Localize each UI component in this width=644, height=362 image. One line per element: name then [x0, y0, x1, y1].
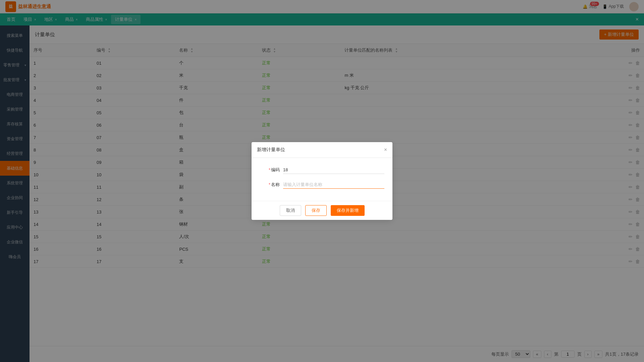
modal-close-button[interactable]: × — [384, 147, 387, 153]
save-button[interactable]: 保存 — [305, 205, 327, 216]
save-and-add-button[interactable]: 保存并新增 — [331, 205, 365, 216]
modal-overlay: 新增计量单位 × 编码 名称 取消 保存 保存并新增 — [0, 0, 644, 362]
code-label: 编码 — [260, 167, 280, 173]
form-row-code: 编码 — [260, 166, 384, 174]
form-row-name: 名称 — [260, 181, 384, 189]
modal-footer: 取消 保存 保存并新增 — [252, 201, 392, 220]
add-unit-modal: 新增计量单位 × 编码 名称 取消 保存 保存并新增 — [252, 142, 392, 220]
cancel-button[interactable]: 取消 — [280, 205, 301, 216]
code-input[interactable] — [283, 166, 384, 174]
modal-body: 编码 名称 — [252, 158, 392, 201]
modal-title: 新增计量单位 — [257, 147, 285, 153]
name-label: 名称 — [260, 182, 280, 188]
name-input[interactable] — [283, 181, 384, 189]
modal-header: 新增计量单位 × — [252, 142, 392, 158]
